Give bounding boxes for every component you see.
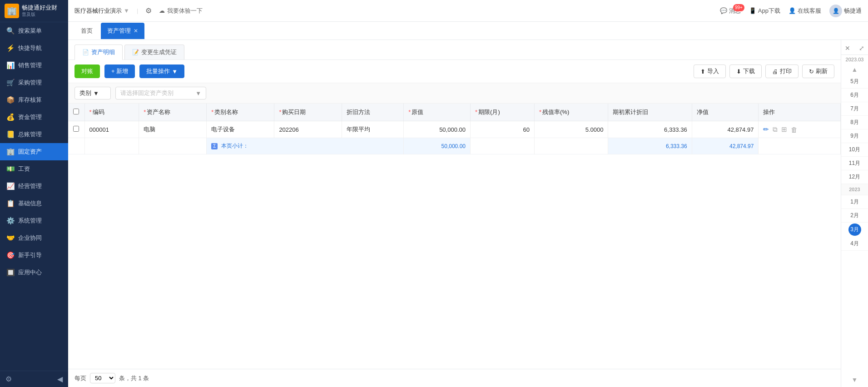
app-download-button[interactable]: 📱 App下载 [749,7,780,15]
month-4[interactable]: 4月 [841,237,868,251]
delete-icon[interactable]: 🗑 [791,126,798,134]
user-menu[interactable]: 👤 畅捷通 [829,5,862,17]
company-dropdown-icon: ▼ [124,7,129,14]
experience-icon: ☁ [159,7,165,14]
month-list: 5月 6月 7月 8月 9月 10月 11月 12月 2023 1月 2月 3月… [841,75,868,374]
online-service-button[interactable]: 👤 在线客服 [789,7,821,15]
settings-button[interactable]: ⚙ [5,375,12,383]
right-panel-expand-button[interactable]: ⤢ [859,45,864,52]
sidebar-item-enterprise[interactable]: 🤝 企业协同 [0,229,68,247]
logo-icon: 🏢 [5,4,19,18]
app-edition: 普及版 [22,11,57,18]
month-1[interactable]: 1月 [841,195,868,209]
sidebar-item-guide[interactable]: 🎯 新手引导 [0,247,68,264]
cell-residual-rate: 5.0000 [534,121,608,138]
subtotal-row: Σ 本页小计： 50,000.00 6,333.36 42,874.97 [68,138,841,154]
reconcile-button[interactable]: 对账 [74,64,100,78]
sidebar-item-ledger[interactable]: 📒 总账管理 [0,126,68,143]
month-7[interactable]: 7月 [841,102,868,116]
month-2[interactable]: 2月 [841,209,868,223]
edit-icon[interactable]: ✏ [763,125,769,134]
cell-depreciation-method: 年限平均 [342,121,404,138]
tabs-bar: 首页 资产管理 ✕ [68,22,868,40]
cell-code: 000001 [84,121,139,138]
message-badge: 99+ [733,4,744,11]
table-row: 000001 电脑 电子设备 202206 年限平均 50,000.00 60 … [68,121,841,138]
sub-tab-asset-detail[interactable]: 📄 资产明细 [74,45,123,60]
row-checkbox[interactable] [73,126,79,132]
download-button[interactable]: ⬇ 下载 [729,64,762,78]
header-residual-rate: *残值率(%) [534,104,608,121]
nav-down-icon[interactable]: ▼ [852,376,858,383]
month-11[interactable]: 11月 [841,157,868,170]
import-button[interactable]: ⬆ 导入 [694,64,726,78]
message-button[interactable]: 💬 消息 99+ [720,7,741,15]
inventory-icon: 📦 [6,96,15,104]
sidebar-item-payroll[interactable]: 💵 工资 [0,160,68,178]
copy-icon[interactable]: ⧉ [773,125,778,134]
row-checkbox-cell [68,121,84,138]
company-settings-icon[interactable]: ⚙ [145,6,152,15]
select-all-checkbox[interactable] [73,109,79,114]
sidebar-item-purchase[interactable]: 🛒 采购管理 [0,74,68,91]
month-8[interactable]: 8月 [841,116,868,129]
tab-close-icon[interactable]: ✕ [134,28,138,34]
ledger-icon: 📒 [6,130,15,139]
category-label-selector[interactable]: 类别 ▼ [74,87,111,99]
category-value-dropdown-icon: ▼ [195,90,201,97]
tab-home[interactable]: 首页 [74,23,99,39]
company-name: 医疗器械行业演示 [74,7,122,15]
header-checkbox-cell [68,104,84,121]
month-10[interactable]: 10月 [841,143,868,157]
sub-tab-change-voucher[interactable]: 📝 变更生成凭证 [124,45,184,60]
month-3-current[interactable]: 3月 [848,223,861,236]
search-icon: 🔍 [6,27,15,35]
collapse-button[interactable]: ◀ [57,375,63,383]
purchase-icon: 🛒 [6,79,15,87]
right-panel: ✕ ⤢ 2023.03 ▲ 5月 6月 7月 8月 9月 10月 11月 12月… [841,40,868,387]
tab-asset-management[interactable]: 资产管理 ✕ [101,23,144,39]
right-panel-header: ✕ ⤢ [841,42,868,55]
print-icon: 🖨 [772,68,778,75]
right-panel-nav-bottom: ▼ [852,374,858,385]
content-area: 📄 资产明细 📝 变更生成凭证 对账 + 新增 批量操作 ▼ [68,40,868,387]
right-panel-close-button[interactable]: ✕ [845,45,850,52]
month-12[interactable]: 12月 [841,170,868,184]
month-9[interactable]: 9月 [841,129,868,143]
experience-button[interactable]: ☁ 我要体验一下 [159,7,203,15]
sidebar-item-quick-nav[interactable]: ⚡ 快捷导航 [0,40,68,57]
batch-ops-button[interactable]: 批量操作 ▼ [139,64,184,78]
company-selector[interactable]: 医疗器械行业演示 ▼ [74,7,129,15]
sidebar-item-fixed-assets[interactable]: 🏢 固定资产 [0,143,68,160]
asset-detail-icon: 📄 [82,49,89,55]
month-6[interactable]: 6月 [841,89,868,102]
header-code: *编码 [84,104,139,121]
category-value-selector[interactable]: 请选择固定资产类别 ▼ [115,87,206,99]
app-name: 畅捷通好业财 [22,4,57,12]
refresh-button[interactable]: ↻ 刷新 [802,64,834,78]
cell-purchase-date: 202206 [274,121,342,138]
page-size-select[interactable]: 50 10 20 100 [90,373,115,383]
sidebar-item-capital[interactable]: 💰 资金管理 [0,109,68,126]
subtotal-label-cell: Σ 本页小计： [207,138,404,154]
more-icon[interactable]: ⊞ [781,125,787,134]
month-5[interactable]: 5月 [841,75,868,89]
new-button[interactable]: + 新增 [104,64,135,78]
subtotal-net-value: 42,874.97 [692,138,759,154]
sidebar-item-basic-info[interactable]: 📋 基础信息 [0,195,68,212]
fixed-assets-icon: 🏢 [6,148,15,156]
main-content: 📄 资产明细 📝 变更生成凭证 对账 + 新增 批量操作 ▼ [68,40,841,387]
sidebar-item-inventory[interactable]: 📦 库存核算 [0,91,68,109]
sidebar-item-system[interactable]: ⚙️ 系统管理 [0,212,68,229]
header-purchase-date: *购买日期 [274,104,342,121]
sidebar-item-sales[interactable]: 📊 销售管理 [0,57,68,74]
sidebar-item-search[interactable]: 🔍 搜索菜单 [0,22,68,40]
sidebar-item-operations[interactable]: 📈 经营管理 [0,178,68,195]
table-container[interactable]: *编码 *资产名称 *类别名称 *购买日期 折旧方法 *原值 *期限(月) *残… [68,104,841,369]
avatar: 👤 [829,5,842,17]
nav-up-icon[interactable]: ▲ [852,66,858,73]
subtotal-accumulated-depreciation: 6,333.36 [608,138,692,154]
print-button[interactable]: 🖨 打印 [765,64,799,78]
sidebar-item-app-center[interactable]: 🔲 应用中心 [0,264,68,281]
table-header-row: *编码 *资产名称 *类别名称 *购买日期 折旧方法 *原值 *期限(月) *残… [68,104,841,121]
